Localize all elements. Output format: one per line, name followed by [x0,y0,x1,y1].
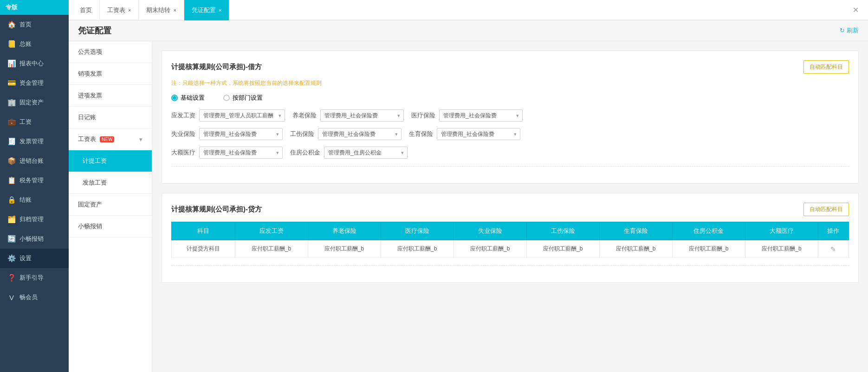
nav-journal[interactable]: 日记账 [69,107,152,128]
credit-auto-match-button[interactable]: 自动匹配科目 [803,203,849,216]
col-header-salary: 应发工资 [235,222,308,240]
sidebar-item-salary[interactable]: 💼 工资 [0,112,69,132]
invoice-icon: 🧾 [7,137,16,146]
radio-dept-circle [223,95,230,101]
closing-icon: 🔒 [7,196,16,204]
radio-group: 基础设置 按部门设置 [171,94,849,102]
sidebar-item-settings[interactable]: ⚙️ 设置 [0,249,69,268]
sidebar: 专版 🏠 首页 📒 总账 📊 报表中心 💳 资金管理 🏢 固定资产 💼 工资 🧾… [0,0,69,372]
nav-purchase-invoice[interactable]: 进项发票 [69,85,152,107]
col-header-injury: 工伤保险 [526,222,599,240]
nav-sales-invoice[interactable]: 销项发票 [69,63,152,85]
housing-select[interactable]: 管理费用_住房公积金 [324,147,408,159]
salary-icon: 💼 [7,118,16,126]
field-unemployment: 失业保险 管理费用_社会保险费 [171,128,283,140]
major-medical-select-wrapper: 管理费用_社会保险费 [199,147,283,159]
inventory-icon: 📦 [7,157,16,165]
sidebar-item-tax[interactable]: 📋 税务管理 [0,171,69,190]
close-period-closing-tab[interactable]: × [173,7,176,13]
field-salary: 应发工资 管理费用_管理人员职工薪酬 [171,109,285,122]
pension-select-wrapper: 管理费用_社会保险费 [320,109,404,122]
pension-select[interactable]: 管理费用_社会保险费 [320,109,404,122]
ledger-icon: 📒 [7,40,16,48]
col-header-pension: 养老保险 [308,222,381,240]
nav-salary-table[interactable]: 工资表 NEW ▾ [69,128,152,150]
cell-injury: 应付职工薪酬_b [526,240,599,258]
nav-issue-salary[interactable]: 发放工资 [69,172,152,194]
tab-salary-table[interactable]: 工资表 × [100,0,139,20]
edit-icon[interactable]: ✎ [830,245,836,253]
sidebar-item-inventory[interactable]: 📦 进销台账 [0,151,69,171]
credit-section: 计提核算规则(公司承担)-贷方 自动匹配科目 科目 应发工资 养老保险 医疗保险… [162,193,859,283]
sidebar-item-ledger[interactable]: 📒 总账 [0,34,69,54]
close-all-tabs-button[interactable]: ✕ [847,6,864,14]
col-header-housing: 住房公积金 [672,222,745,240]
cell-housing: 应付职工薪酬_b [672,240,745,258]
sidebar-item-home[interactable]: 🏠 首页 [0,15,69,34]
nav-public-options[interactable]: 公共选项 [69,41,152,63]
tax-icon: 📋 [7,176,16,185]
sidebar-item-funds[interactable]: 💳 资金管理 [0,73,69,93]
vip-icon: V [7,294,16,301]
tab-home[interactable]: 首页 [72,0,100,20]
tabs-bar: 首页 工资表 × 期末结转 × 凭证配置 × ✕ [69,0,868,20]
debit-section-header: 计提核算规则(公司承担)-借方 自动匹配科目 [171,60,849,74]
close-voucher-config-tab[interactable]: × [219,7,221,13]
nav-fixed-assets[interactable]: 固定资产 [69,194,152,216]
sidebar-item-invoice[interactable]: 🧾 发票管理 [0,132,69,151]
sidebar-item-vip[interactable]: V 畅会员 [0,288,69,307]
cell-action[interactable]: ✎ [818,240,849,258]
cell-pension: 应付职工薪酬_b [308,240,381,258]
unemployment-select[interactable]: 管理费用_社会保险费 [199,128,283,140]
salary-select[interactable]: 管理费用_管理人员职工薪酬 [199,109,285,122]
xiaochang-icon: 🔄 [7,235,16,243]
refresh-button[interactable]: ↻ 刷新 [840,26,859,35]
cell-unemployment: 应付职工薪酬_b [453,240,526,258]
radio-basic[interactable]: 基础设置 [171,94,205,102]
radio-dept[interactable]: 按部门设置 [223,94,263,102]
page-title: 凭证配置 [78,25,111,36]
cell-major-medical: 应付职工薪酬_b [745,240,818,258]
sidebar-item-closing[interactable]: 🔒 结账 [0,190,69,210]
housing-select-wrapper: 管理费用_住房公积金 [324,147,408,159]
nav-jiti-salary[interactable]: 计提工资 [69,150,152,172]
sidebar-item-reports[interactable]: 📊 报表中心 [0,54,69,73]
main-content: 首页 工资表 × 期末结转 × 凭证配置 × ✕ 凭证配置 ↻ 刷新 公共选项 … [69,0,868,372]
table-row: 计提贷方科目 应付职工薪酬_b 应付职工薪酬_b 应付职工薪酬_b 应付职工薪酬… [172,240,849,258]
left-nav: 公共选项 销项发票 进项发票 日记账 工资表 NEW ▾ 计提工资 发放工资 [69,41,152,372]
tab-period-closing[interactable]: 期末结转 × [139,0,184,20]
assets-icon: 🏢 [7,98,16,107]
cell-medical: 应付职工薪酬_b [381,240,453,258]
sidebar-item-guide[interactable]: ❓ 新手引导 [0,268,69,288]
field-maternity: 生育保险 管理费用_社会保险费 [409,128,520,140]
maternity-select[interactable]: 管理费用_社会保险费 [437,128,520,140]
debit-divider [171,166,849,167]
archive-icon: 🗂️ [7,215,16,224]
app-edition: 专版 [0,0,69,15]
col-header-maternity: 生育保险 [599,222,672,240]
medical-select-wrapper: 管理费用_社会保险费 [439,109,523,122]
maternity-select-wrapper: 管理费用_社会保险费 [437,128,520,140]
cell-salary: 应付职工薪酬_b [235,240,308,258]
close-salary-table-tab[interactable]: × [128,7,131,13]
funds-icon: 💳 [7,79,16,87]
field-injury: 工伤保险 管理费用_社会保险费 [290,128,402,140]
sidebar-item-xiaochang[interactable]: 🔄 小畅报销 [0,229,69,249]
debit-section: 计提核算规则(公司承担)-借方 自动匹配科目 注：只能选择一种方式，系统将按照您… [162,51,859,184]
debit-note: 注：只能选择一种方式，系统将按照您当前的选择来配置规则 [171,79,849,87]
sidebar-item-assets[interactable]: 🏢 固定资产 [0,93,69,112]
col-header-major-medical: 大额医疗 [745,222,818,240]
col-header-subject: 科目 [172,222,235,240]
injury-select[interactable]: 管理费用_社会保险费 [318,128,402,140]
major-medical-select[interactable]: 管理费用_社会保险费 [199,147,283,159]
unemployment-select-wrapper: 管理费用_社会保险费 [199,128,283,140]
cell-subject: 计提贷方科目 [172,240,235,258]
sidebar-item-archive[interactable]: 🗂️ 归档管理 [0,210,69,229]
debit-auto-match-button[interactable]: 自动匹配科目 [803,60,849,74]
nav-xiaochang-expense[interactable]: 小畅报销 [69,216,152,237]
medical-select[interactable]: 管理费用_社会保险费 [439,109,523,122]
field-medical: 医疗保险 管理费用_社会保险费 [411,109,523,122]
tab-voucher-config[interactable]: 凭证配置 × [184,0,229,20]
home-icon: 🏠 [7,20,16,29]
content-area: 公共选项 销项发票 进项发票 日记账 工资表 NEW ▾ 计提工资 发放工资 [69,41,868,372]
